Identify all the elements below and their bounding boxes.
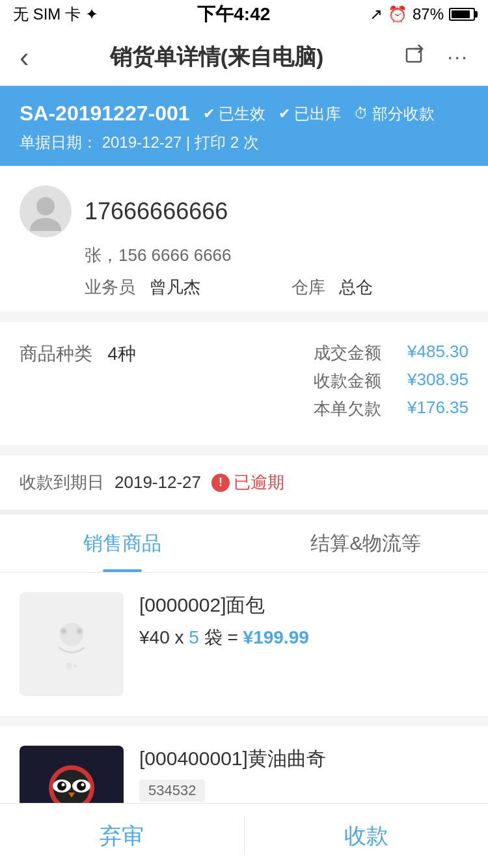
product-sku-2: 534532 [139,780,205,802]
customer-phone: 17666666666 [85,198,228,225]
customer-contact: 张，156 6666 6666 [20,244,468,267]
nav-bar: ‹ 销货单详情(来自电脑) ··· [0,29,488,86]
due-section: 收款到期日 2019-12-27 ! 已逾期 [0,455,488,515]
status-time: 下午4:42 [197,2,270,27]
svg-point-15 [77,781,86,791]
due-label: 收款到期日 [20,471,104,494]
svg-point-14 [57,781,66,791]
product-name-2: [000400001]黄油曲奇 [139,746,468,772]
alarm-icon: ⏰ [388,5,407,23]
payment-row: 收款金额 ¥308.95 [314,370,468,392]
product-base-price-1: ¥40 [139,627,170,647]
product-total-1: ¥199.99 [243,627,309,647]
tab-settlement[interactable]: 结算&物流等 [244,515,488,572]
warehouse-value: 总仓 [339,277,373,297]
warehouse-label: 仓库 [291,277,325,297]
amount-row: 成交金额 ¥485.30 [314,342,468,364]
debt-row: 本单欠款 ¥176.35 [314,398,468,420]
status-badge-partial: ⏱ 部分收款 [354,103,435,124]
sim-label: 无 SIM 卡 ✦ [13,4,98,25]
product-qty-1: 5 [189,627,199,647]
overdue-icon: ! [211,474,230,492]
order-header: SA-20191227-001 ✔ 已生效 ✔ 已出库 ⏱ 部分收款 单据日期：… [0,86,488,166]
amount-label: 成交金额 [314,342,381,364]
cancel-button[interactable]: 弃审 [0,804,244,868]
check-icon-1: ✔ [203,105,215,122]
status-bar: 无 SIM 卡 ✦ 下午4:42 ↗ ⏰ 87% [0,0,488,29]
share-button[interactable] [404,42,427,72]
summary-left: 商品种类 4种 [20,342,136,366]
warehouse-field: 仓库 总仓 [291,276,373,299]
sales-field: 业务员 曾凡杰 [85,276,200,299]
customer-section: 17666666666 张，156 6666 6666 业务员 曾凡杰 仓库 总… [0,166,488,312]
status-badge-effective: ✔ 已生效 [203,103,265,124]
debt-value: ¥176.35 [407,398,468,420]
customer-detail: 业务员 曾凡杰 仓库 总仓 [20,276,468,299]
product-info-1: [0000002]面包 ¥40 x 5 袋 = ¥199.99 [139,592,468,650]
svg-rect-0 [407,49,421,62]
order-header-top: SA-20191227-001 ✔ 已生效 ✔ 已出库 ⏱ 部分收款 [20,102,468,126]
sales-label: 业务员 [85,277,135,297]
status-badge-shipped: ✔ 已出库 [278,103,341,124]
product-price-1: ¥40 x 5 袋 = ¥199.99 [139,625,468,650]
product-item-1: 兽+ [0000002]面包 ¥40 x 5 袋 = ¥199.99 [0,573,488,716]
clock-icon: ⏱ [354,105,368,122]
tab-sales-products[interactable]: 销售商品 [0,515,244,572]
svg-point-16 [62,783,65,787]
nav-actions: ··· [404,42,468,72]
amount-value: ¥485.30 [407,342,468,364]
svg-text:兽+: 兽+ [65,662,77,671]
svg-point-2 [30,218,61,231]
more-button[interactable]: ··· [447,45,468,69]
payment-label: 收款金额 [314,370,381,392]
status-right: ↗ ⏰ 87% [370,5,475,23]
product-name-1: [0000002]面包 [139,592,468,619]
order-id: SA-20191227-001 [20,102,190,126]
overdue-badge: ! 已逾期 [211,471,284,494]
product-type-label: 商品种类 [20,344,92,364]
product-unit-1: 袋 [204,627,223,647]
page-title: 销货单详情(来自电脑) [110,42,324,72]
payment-value: ¥308.95 [407,370,468,392]
due-date: 2019-12-27 [115,472,201,493]
overdue-text: 已逾期 [234,471,284,494]
order-meta: 单据日期： 2019-12-27 | 打印 2 次 [20,132,468,153]
product-image-1: 兽+ [20,592,124,696]
svg-point-1 [36,197,55,215]
svg-point-6 [62,629,66,633]
sales-value: 曾凡杰 [150,277,200,297]
battery-icon [449,8,475,21]
product-type-count: 4种 [107,344,136,364]
summary-right: 成交金额 ¥485.30 收款金额 ¥308.95 本单欠款 ¥176.35 [314,342,468,426]
status-left: 无 SIM 卡 ✦ [13,4,98,25]
svg-point-17 [81,783,85,787]
confirm-button[interactable]: 收款 [245,804,489,868]
battery-level: 87% [413,5,444,23]
check-icon-2: ✔ [278,105,290,122]
customer-row: 17666666666 [20,185,468,237]
summary-section: 商品种类 4种 成交金额 ¥485.30 收款金额 ¥308.95 本单欠款 ¥… [0,322,488,445]
bottom-bar: 弃审 收款 [0,803,488,868]
tabs: 销售商品 结算&物流等 [0,515,488,573]
svg-point-7 [77,629,81,633]
back-button[interactable]: ‹ [20,41,29,74]
customer-avatar [20,185,72,237]
debt-label: 本单欠款 [314,398,381,420]
location-icon: ↗ [370,5,383,23]
